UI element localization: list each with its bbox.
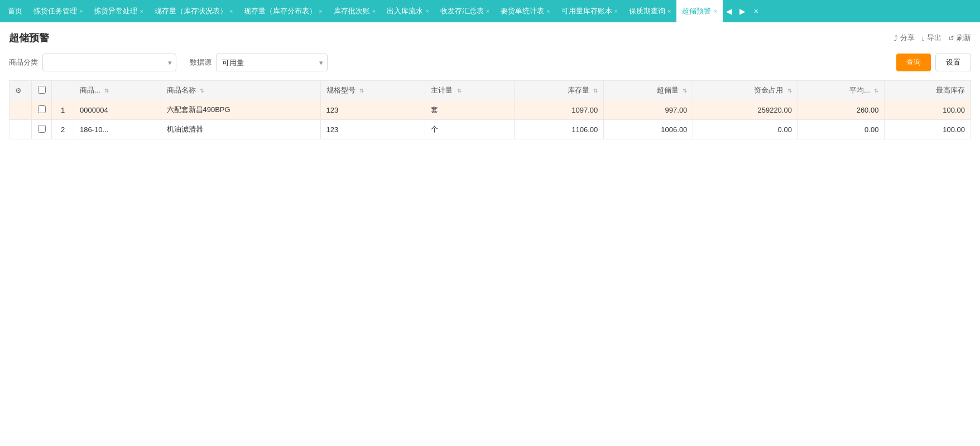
row-checkbox[interactable] xyxy=(38,125,46,133)
query-button[interactable]: 查询 xyxy=(896,54,931,71)
row-unit-cell: 个 xyxy=(425,120,515,139)
nav-item-1[interactable]: 拣货任务管理 × xyxy=(28,0,88,22)
sort-icon: ⇅ xyxy=(359,88,364,94)
category-select-wrapper xyxy=(42,54,176,71)
column-stock[interactable]: 库存量 ⇅ xyxy=(515,81,604,100)
share-icon: ⤴ xyxy=(894,34,898,42)
row-code-cell: 186-10... xyxy=(74,120,161,139)
sort-icon: ⇅ xyxy=(874,88,878,94)
gear-icon: ⚙ xyxy=(15,86,22,95)
row-checkbox-cell[interactable] xyxy=(32,100,52,120)
row-gear-cell xyxy=(9,100,32,120)
column-gear[interactable]: ⚙ xyxy=(9,81,32,100)
settings-button[interactable]: 设置 xyxy=(935,54,971,71)
close-icon[interactable]: × xyxy=(425,8,429,14)
column-code[interactable]: 商品... ⇅ xyxy=(74,81,161,100)
row-capital-cell: 259220.00 xyxy=(693,100,798,120)
table-header-row: ⚙ 商品... ⇅ 商品名称 ⇅ 规格型号 ⇅ xyxy=(9,81,971,100)
category-filter-group: 商品分类 xyxy=(9,54,176,71)
sort-icon: ⇅ xyxy=(683,88,687,94)
column-spec[interactable]: 规格型号 ⇅ xyxy=(320,81,425,100)
category-select[interactable] xyxy=(42,54,176,71)
column-name[interactable]: 商品名称 ⇅ xyxy=(161,81,320,100)
nav-next-button[interactable]: ▶ xyxy=(736,0,750,22)
row-code-cell: 0000004 xyxy=(74,100,161,120)
row-index-cell: 2 xyxy=(52,120,74,139)
share-button[interactable]: ⤴ 分享 xyxy=(894,33,915,43)
export-icon: ↓ xyxy=(921,34,925,42)
close-icon[interactable]: × xyxy=(546,8,550,14)
row-spec-cell: 123 xyxy=(320,120,425,139)
column-avg[interactable]: 平均... ⇅ xyxy=(798,81,885,100)
close-icon[interactable]: × xyxy=(140,8,143,14)
title-actions: ⤴ 分享 ↓ 导出 ↺ 刷新 xyxy=(894,33,972,43)
category-label: 商品分类 xyxy=(9,57,38,67)
nav-item-7[interactable]: 收发存汇总表 × xyxy=(435,0,495,22)
nav-item-11-active[interactable]: 超储预警 × xyxy=(676,0,722,22)
row-avg-cell: 260.00 xyxy=(798,100,885,120)
close-icon[interactable]: × xyxy=(319,8,322,14)
nav-item-10[interactable]: 保质期查询 × xyxy=(623,0,676,22)
nav-prev-button[interactable]: ◀ xyxy=(723,0,736,22)
column-unit[interactable]: 主计量 ⇅ xyxy=(425,81,515,100)
refresh-button[interactable]: ↺ 刷新 xyxy=(948,33,971,43)
row-gear-cell xyxy=(9,120,32,139)
close-icon[interactable]: × xyxy=(614,8,618,14)
row-checkbox-cell[interactable] xyxy=(32,120,52,139)
nav-item-5[interactable]: 库存批次账 × xyxy=(328,0,381,22)
sort-icon: ⇅ xyxy=(104,88,109,94)
data-table: ⚙ 商品... ⇅ 商品名称 ⇅ 规格型号 ⇅ xyxy=(9,80,971,139)
refresh-icon: ↺ xyxy=(948,34,954,42)
nav-item-2[interactable]: 拣货异常处理 × xyxy=(88,0,148,22)
sort-icon: ⇅ xyxy=(457,88,462,94)
page-title-bar: 超储预警 ⤴ 分享 ↓ 导出 ↺ 刷新 xyxy=(9,31,971,45)
column-max-stock[interactable]: 最高库存 xyxy=(885,81,971,100)
row-overstock-cell: 997.00 xyxy=(604,100,693,120)
row-overstock-cell: 1006.00 xyxy=(604,120,693,139)
row-unit-cell: 套 xyxy=(425,100,515,120)
nav-item-6[interactable]: 出入库流水 × xyxy=(381,0,434,22)
datasource-filter-group: 数据源 可用量 xyxy=(190,54,328,71)
close-icon[interactable]: × xyxy=(229,8,233,14)
table-row: 1 0000004 六配套新昌490BPG 123 套 1097.00 997.… xyxy=(9,100,971,120)
nav-close-button[interactable]: × xyxy=(750,0,763,22)
nav-item-4[interactable]: 现存量（库存分布表） × xyxy=(238,0,328,22)
sort-icon: ⇅ xyxy=(593,88,598,94)
row-capital-cell: 0.00 xyxy=(693,120,798,139)
row-avg-cell: 0.00 xyxy=(798,120,885,139)
column-index xyxy=(52,81,74,100)
close-icon[interactable]: × xyxy=(486,8,489,14)
nav-item-3[interactable]: 现存量（库存状况表） × xyxy=(149,0,238,22)
row-spec-cell: 123 xyxy=(320,100,425,120)
page-title: 超储预警 xyxy=(9,31,49,45)
row-name-cell: 机油滤清器 xyxy=(161,120,320,139)
datasource-select[interactable]: 可用量 xyxy=(216,54,328,71)
row-maxstock-cell: 100.00 xyxy=(885,100,971,120)
close-icon[interactable]: × xyxy=(713,8,717,14)
column-capital[interactable]: 资金占用 ⇅ xyxy=(693,81,798,100)
sort-icon: ⇅ xyxy=(200,88,204,94)
close-icon[interactable]: × xyxy=(372,8,376,14)
row-index-cell: 1 xyxy=(52,100,74,120)
filter-bar: 商品分类 数据源 可用量 查询 设置 xyxy=(9,54,971,71)
row-name-cell: 六配套新昌490BPG xyxy=(161,100,320,120)
filter-actions: 查询 设置 xyxy=(896,54,971,71)
top-navigation: 首页 拣货任务管理 × 拣货异常处理 × 现存量（库存状况表） × 现存量（库存… xyxy=(0,0,980,22)
row-checkbox[interactable] xyxy=(38,105,46,113)
column-select-all[interactable] xyxy=(32,81,52,100)
datasource-label: 数据源 xyxy=(190,57,212,67)
nav-item-8[interactable]: 要货单统计表 × xyxy=(495,0,555,22)
table-row: 2 186-10... 机油滤清器 123 个 1106.00 1006.00 … xyxy=(9,120,971,139)
row-stock-cell: 1106.00 xyxy=(515,120,604,139)
nav-item-home[interactable]: 首页 xyxy=(2,0,28,22)
page-content: 超储预警 ⤴ 分享 ↓ 导出 ↺ 刷新 商品分类 xyxy=(0,22,980,446)
datasource-select-wrapper: 可用量 xyxy=(216,54,328,71)
column-overstock[interactable]: 超储量 ⇅ xyxy=(604,81,693,100)
close-icon[interactable]: × xyxy=(79,8,83,14)
nav-item-9[interactable]: 可用量库存账本 × xyxy=(556,0,623,22)
export-button[interactable]: ↓ 导出 xyxy=(921,33,942,43)
row-stock-cell: 1097.00 xyxy=(515,100,604,120)
select-all-checkbox[interactable] xyxy=(38,86,46,94)
close-icon[interactable]: × xyxy=(667,8,671,14)
row-maxstock-cell: 100.00 xyxy=(885,120,971,139)
